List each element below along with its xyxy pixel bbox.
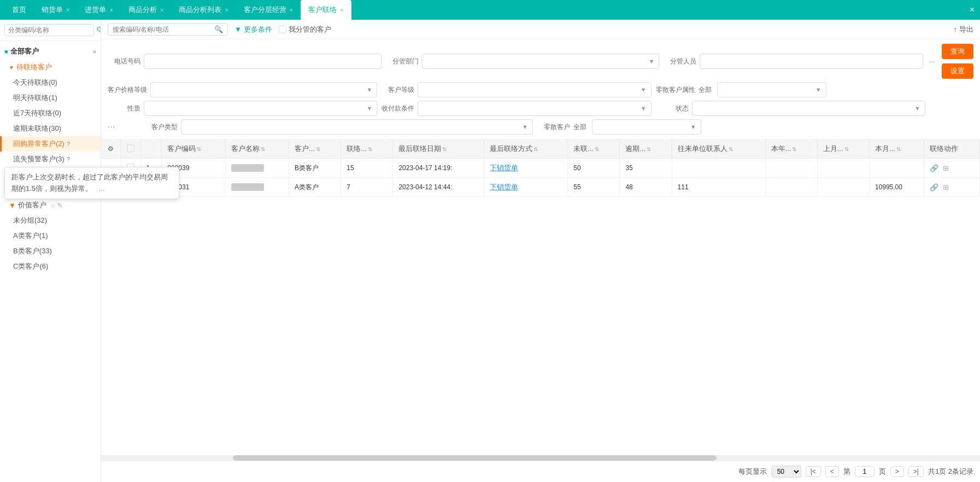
page-input[interactable] [855, 466, 875, 477]
nav-product-analysis[interactable]: 商品分析 × [121, 0, 171, 20]
phone-input[interactable] [144, 54, 382, 69]
action-icon-link-2[interactable]: 🔗 [930, 183, 938, 191]
more-dots-btn[interactable]: ··· [108, 122, 115, 132]
prev-page-btn[interactable]: < [825, 466, 839, 477]
zero-customer-arrow: ▼ [690, 124, 696, 130]
th-unit-contact[interactable]: 往来单位联系人⇅ [672, 140, 765, 159]
td-lastmethod-1[interactable]: 下销货单 [484, 159, 568, 178]
scatter-attr-select[interactable]: ▼ [717, 82, 826, 97]
main-search-input[interactable] [113, 26, 214, 33]
sidebar-search-input[interactable] [4, 24, 94, 36]
link-method-1[interactable]: 下销货单 [490, 164, 518, 172]
th-contact[interactable]: 联络...⇅ [341, 140, 393, 159]
th-last-month[interactable]: 上月...⇅ [817, 140, 869, 159]
th-uncontact[interactable]: 未联...⇅ [568, 140, 620, 159]
nav-sales-order[interactable]: 销货单 × [34, 0, 77, 20]
sidebar-item-overdue[interactable]: 逾期未联络(30) [0, 121, 101, 136]
sidebar-item-tomorrow[interactable]: 明天待联络(1) [0, 90, 101, 106]
nav-product-analysis-list[interactable]: 商品分析列表 × [171, 0, 236, 20]
h-scrollbar-thumb[interactable] [233, 455, 716, 461]
manager-dots[interactable]: ··· [926, 57, 937, 66]
zero-customer-label: 零散客户 [537, 123, 570, 132]
sidebar-item-a-class[interactable]: A类客户(1) [0, 228, 101, 243]
link-method-2[interactable]: 下销货单 [490, 183, 518, 191]
sidebar-item-churn-warning[interactable]: 流失预警客户(3) ? [0, 152, 101, 167]
content-area: 距客户上次交易时长，超过了此客户的平均交易周期的1.5倍，则视为异常。 ... … [101, 20, 980, 482]
table-body: 1 000039 B类客户 15 2023-04-17 14:19: 下销货单 … [101, 159, 980, 197]
edit-icons[interactable]: ○ ✎ [51, 201, 63, 210]
next-page-btn[interactable]: > [890, 466, 904, 477]
window-close-button[interactable]: × [970, 5, 975, 15]
query-button[interactable]: 查询 [942, 44, 973, 59]
sidebar-item-c-class[interactable]: C类客户(6) [0, 259, 101, 274]
th-overdue[interactable]: 逾期...⇅ [620, 140, 672, 159]
my-customers-checkbox[interactable]: 我分管的客户 [279, 25, 331, 34]
price-grade-label: 客户价格等级 [108, 85, 147, 95]
sidebar-all-customers[interactable]: ■ 全部客户 « [0, 43, 101, 60]
th-this-month[interactable]: 本月...⇅ [869, 140, 924, 159]
customer-grade-select[interactable]: ▼ [418, 82, 651, 97]
nav-purchase-order[interactable]: 进货单 × [77, 0, 120, 20]
action-icon-link-1[interactable]: 🔗 [930, 164, 938, 172]
sidebar-item-7days[interactable]: 近7天待联络(0) [0, 106, 101, 121]
nav-home[interactable]: 首页 [4, 0, 34, 20]
sidebar: 🔍 ■ 全部客户 « ▼ 待联络客户 今天待联络(0) 明天待联络(1) 近7天… [0, 20, 101, 482]
td-lastdate-1: 2023-04-17 14:19: [393, 159, 484, 178]
td-thisyear-2 [765, 178, 817, 197]
my-customers-check[interactable] [279, 26, 286, 33]
payment-select[interactable]: ▼ [418, 101, 651, 116]
main-search-icon[interactable]: 🔍 [214, 25, 223, 33]
export-btn[interactable]: ↑ 导出 [954, 25, 974, 34]
th-type[interactable]: 客户...⇅ [289, 140, 341, 159]
action-icon-grid-2[interactable]: ⊞ [943, 183, 949, 191]
th-last-method[interactable]: 最后联络方式⇅ [484, 140, 568, 159]
th-this-year[interactable]: 本年...⇅ [765, 140, 817, 159]
status-select[interactable]: ▼ [692, 101, 925, 116]
th-checkbox[interactable] [121, 140, 140, 159]
nav-close-product-analysis[interactable]: × [160, 7, 163, 13]
sidebar-item-b-class[interactable]: B类客户(33) [0, 243, 101, 259]
settings-button[interactable]: 设置 [942, 63, 973, 79]
sidebar-item-ungrouped[interactable]: 未分组(32) [0, 213, 101, 228]
manager-select[interactable] [700, 54, 923, 69]
sidebar-search-icon[interactable]: 🔍 [96, 26, 101, 34]
sidebar-item-today[interactable]: 今天待联络(0) [0, 75, 101, 90]
nav-close-customer-contact[interactable]: × [340, 7, 343, 13]
nav-customer-contact[interactable]: 客户联络 × [301, 0, 351, 20]
nav-close-product-analysis-list[interactable]: × [225, 7, 228, 13]
customer-type-select[interactable]: ▼ [181, 119, 533, 135]
sidebar-value-group[interactable]: ▼ 价值客户 ○ ✎ [0, 198, 101, 213]
th-gear[interactable]: ⚙ [101, 140, 121, 159]
sidebar-item-abnormal[interactable]: 回购异常客户(2) ? [0, 136, 101, 152]
first-page-btn[interactable]: |< [806, 466, 821, 477]
sort-unitcontact-icon: ⇅ [729, 146, 733, 152]
sort-name-icon: ⇅ [261, 146, 265, 152]
page-size-select[interactable]: 50 100 200 [771, 466, 801, 478]
nav-customer-segmentation[interactable]: 客户分层经营 × [236, 0, 301, 20]
more-conditions-btn[interactable]: ▼ 更多条件 [234, 25, 272, 34]
th-last-date[interactable]: 最后联络日期⇅ [393, 140, 484, 159]
td-action-2: 🔗 ⊞ [924, 178, 979, 197]
price-grade-select[interactable]: ▼ [150, 82, 377, 97]
zero-customer-select[interactable]: ▼ [592, 119, 701, 135]
dept-select[interactable]: ▼ [422, 54, 660, 69]
nav-close-purchase-order[interactable]: × [109, 7, 113, 13]
th-name[interactable]: 客户名称⇅ [225, 140, 289, 159]
th-code[interactable]: 客户编码⇅ [162, 140, 225, 159]
action-icon-grid-1[interactable]: ⊞ [943, 164, 949, 172]
last-page-btn[interactable]: >| [908, 466, 924, 477]
sidebar-pending-group[interactable]: ▼ 待联络客户 [0, 60, 101, 75]
filter-nature: 性质 ▼ [108, 101, 377, 116]
nature-arrow: ▼ [366, 105, 372, 112]
select-all-checkbox[interactable] [127, 144, 134, 152]
nav-close-sales-order[interactable]: × [66, 7, 69, 13]
td-lastmethod-2[interactable]: 下销货单 [484, 178, 568, 197]
nature-select[interactable]: ▼ [144, 101, 377, 116]
manager-label: 分管人员 [664, 57, 696, 66]
payment-label: 收付款条件 [382, 104, 414, 113]
td-action-1: 🔗 ⊞ [924, 159, 979, 178]
table-row: 1 000039 B类客户 15 2023-04-17 14:19: 下销货单 … [101, 159, 980, 178]
page-label: 第 [843, 467, 850, 477]
tooltip-dots[interactable]: ... [101, 184, 105, 193]
nav-close-customer-segmentation[interactable]: × [290, 7, 293, 13]
